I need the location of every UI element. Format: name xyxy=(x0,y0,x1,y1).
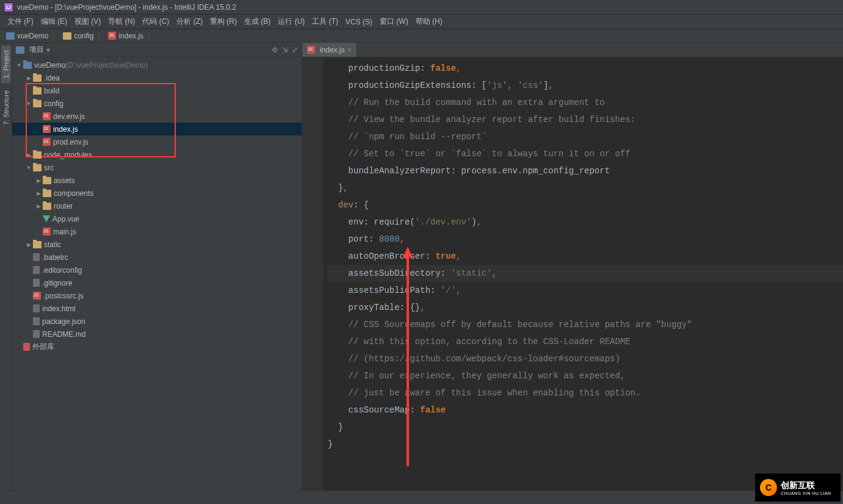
code-line[interactable]: // just be aware of this issue when enab… xyxy=(328,384,843,401)
editor-tab-indexjs[interactable]: index.js × xyxy=(302,43,357,57)
tree-arrow-icon[interactable] xyxy=(26,306,32,312)
tree-arrow-icon[interactable] xyxy=(26,331,32,337)
tree-arrow-icon[interactable]: ▶ xyxy=(35,178,42,184)
breadcrumb-item[interactable]: vueDemo xyxy=(4,32,51,40)
tree-arrow-icon[interactable]: ▼ xyxy=(26,165,32,171)
vue-icon xyxy=(43,215,50,222)
code-line[interactable]: // Run the build command with an extra a… xyxy=(328,94,843,111)
menu-item[interactable]: 代码 (C) xyxy=(139,15,173,28)
code-line[interactable]: cssSourceMap: false xyxy=(328,401,843,419)
menu-item[interactable]: 导航 (N) xyxy=(104,15,139,28)
code-line[interactable]: // `npm run build --report` xyxy=(328,128,843,145)
tree-row[interactable]: ▶components xyxy=(12,187,302,200)
tree-row[interactable]: .babelrc xyxy=(12,251,302,264)
tree-arrow-icon[interactable] xyxy=(35,139,42,145)
tree-row[interactable]: 外部库 xyxy=(12,340,302,353)
tree-row[interactable]: index.js xyxy=(12,123,302,135)
code-line[interactable]: }, xyxy=(328,179,843,196)
code-line[interactable]: proxyTable: {}, xyxy=(328,299,843,316)
tree-row[interactable]: ▶static xyxy=(12,238,302,251)
toolwindow-tab[interactable]: 7: Structure xyxy=(1,85,11,130)
tree-row[interactable]: build xyxy=(12,84,302,97)
tree-arrow-icon[interactable]: ▼ xyxy=(16,62,22,68)
code-line[interactable]: assetsPublicPath: '/', xyxy=(328,282,843,299)
tree-row[interactable]: ▼config xyxy=(12,97,302,110)
tree-arrow-icon[interactable]: ▶ xyxy=(26,75,32,81)
tree-row[interactable]: ▶.idea xyxy=(12,71,302,84)
editor-tab-label: index.js xyxy=(320,46,345,54)
menubar: 文件 (F)编辑 (E)视图 (V)导航 (N)代码 (C)分析 (Z)重构 (… xyxy=(0,15,843,29)
tree-row[interactable]: .editorconfig xyxy=(12,264,302,276)
code-line[interactable]: // (https://github.com/webpack/css-loade… xyxy=(328,350,843,367)
tree-row[interactable]: ▼vueDemo (D:\vueProject\vueDemo) xyxy=(12,59,302,71)
tree-arrow-icon[interactable] xyxy=(35,216,42,222)
tree-row[interactable]: prod.env.js xyxy=(12,135,302,148)
code-line[interactable]: dev: { xyxy=(328,196,843,214)
tree-arrow-icon[interactable] xyxy=(35,113,42,120)
tree-arrow-icon[interactable] xyxy=(26,88,32,94)
gear-icon[interactable]: ⚙ xyxy=(272,46,278,54)
code-line[interactable]: productionGzipExtensions: ['js', 'css'], xyxy=(328,77,843,94)
folder-icon xyxy=(33,74,42,82)
tree-row[interactable]: .gitignore xyxy=(12,276,302,289)
tree-row[interactable]: ▶router xyxy=(12,200,302,212)
tree-row[interactable]: ▶node_modules xyxy=(12,148,302,161)
tree-arrow-icon[interactable] xyxy=(35,229,42,235)
code-line[interactable]: } xyxy=(328,419,843,436)
dropdown-icon[interactable]: ▾ xyxy=(46,46,50,54)
tree-arrow-icon[interactable]: ▶ xyxy=(35,203,42,209)
code-editor[interactable]: productionGzip: false, productionGzipExt… xyxy=(323,57,843,491)
tree-arrow-icon[interactable] xyxy=(26,254,32,261)
tree-arrow-icon[interactable] xyxy=(16,344,22,350)
tree-arrow-icon[interactable]: ▶ xyxy=(35,190,42,196)
tree-arrow-icon[interactable]: ▼ xyxy=(26,101,32,107)
code-line[interactable]: } xyxy=(328,436,843,453)
menu-item[interactable]: 窗口 (W) xyxy=(376,15,412,28)
tree-row[interactable]: dev.env.js xyxy=(12,110,302,123)
code-line[interactable]: env: require('./dev.env'), xyxy=(328,214,843,231)
code-line[interactable]: // Set to `true` or `false` to always tu… xyxy=(328,145,843,162)
toolwindow-tab[interactable]: 1: Project xyxy=(1,45,11,83)
project-tree[interactable]: ▼vueDemo (D:\vueProject\vueDemo)▶.ideabu… xyxy=(12,57,302,491)
menu-item[interactable]: 运行 (U) xyxy=(274,15,308,28)
menu-item[interactable]: 编辑 (E) xyxy=(37,15,71,28)
menu-item[interactable]: 分析 (Z) xyxy=(173,15,206,28)
breadcrumb-item[interactable]: index.js xyxy=(106,32,146,40)
tree-arrow-icon[interactable]: ▶ xyxy=(26,242,32,248)
menu-item[interactable]: 视图 (V) xyxy=(71,15,104,28)
tree-arrow-icon[interactable] xyxy=(26,319,32,325)
menu-item[interactable]: 帮助 (H) xyxy=(412,15,446,28)
tree-arrow-icon[interactable]: ▶ xyxy=(26,152,32,158)
code-line[interactable]: // CSS Sourcemaps off by default because… xyxy=(328,316,843,333)
tree-arrow-icon[interactable] xyxy=(26,293,32,299)
menu-item[interactable]: 文件 (F) xyxy=(4,15,37,28)
code-line[interactable]: // In our experience, they generally wor… xyxy=(328,367,843,384)
code-line[interactable]: productionGzip: false, xyxy=(328,60,843,77)
code-line[interactable]: bundleAnalyzerReport: process.env.npm_co… xyxy=(328,162,843,179)
code-line[interactable]: // with this option, according to the CS… xyxy=(328,333,843,350)
tree-row[interactable]: index.html xyxy=(12,302,302,315)
menu-item[interactable]: VCS (S) xyxy=(342,16,376,27)
tree-row[interactable]: ▶assets xyxy=(12,174,302,187)
tree-row[interactable]: .postcssrc.js xyxy=(12,289,302,302)
menu-item[interactable]: 生成 (B) xyxy=(241,15,274,28)
tree-arrow-icon[interactable] xyxy=(26,280,32,286)
tree-arrow-icon[interactable] xyxy=(26,267,32,273)
tree-row[interactable]: package.json xyxy=(12,315,302,328)
tree-row[interactable]: README.md xyxy=(12,328,302,340)
tree-row[interactable]: App.vue xyxy=(12,212,302,225)
code-line[interactable]: port: 8080, xyxy=(328,231,843,248)
menu-item[interactable]: 工具 (T) xyxy=(308,15,342,28)
breadcrumb-item[interactable]: config xyxy=(60,32,96,40)
collapse-icon[interactable]: ⇲ xyxy=(282,46,288,54)
code-line[interactable]: autoOpenBrowser: true, xyxy=(328,248,843,265)
code-line[interactable]: assetsSubDirectory: 'static', xyxy=(328,265,843,282)
menu-item[interactable]: 重构 (R) xyxy=(206,15,241,28)
tree-arrow-icon[interactable] xyxy=(35,126,42,132)
code-line[interactable]: // View the bundle analyzer report after… xyxy=(328,111,843,128)
hide-icon[interactable]: ⤢ xyxy=(292,46,298,54)
tree-label: .idea xyxy=(44,74,60,82)
close-icon[interactable]: × xyxy=(347,46,352,54)
tree-row[interactable]: ▼src xyxy=(12,161,302,174)
tree-row[interactable]: main.js xyxy=(12,225,302,238)
